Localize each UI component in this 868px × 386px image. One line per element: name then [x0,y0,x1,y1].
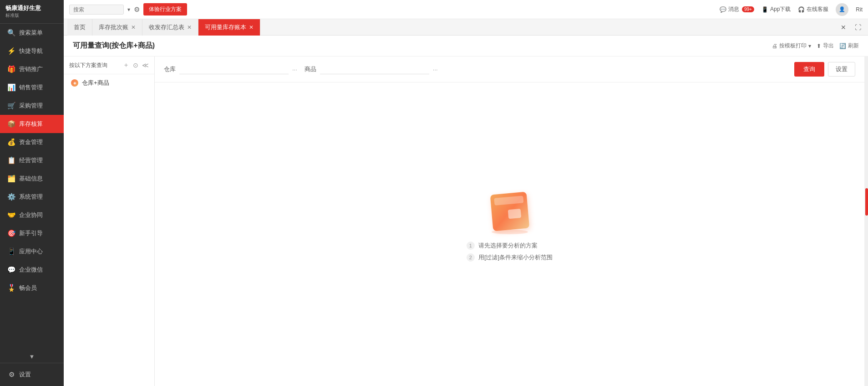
expand-tab-btn[interactable]: ⛶ [852,21,864,34]
empty-state: 1请先选择要分析的方案2用[过滤]条件来缩小分析范围 [155,82,864,386]
sidebar-item-system[interactable]: ⚙️系统管理 [0,188,64,206]
page-header: 可用量查询(按仓库+商品) 🖨 按模板打印 ▾ ⬆ 导出 🔄 刷新 [64,36,868,57]
product-field: 商品 ··· [305,64,438,74]
tab-close-receipt-summary[interactable]: ✕ [187,24,192,31]
sidebar-item-settings[interactable]: ⚙ 设置 [0,367,64,382]
query-button[interactable]: 查询 [794,62,824,77]
tip-num: 2 [467,253,475,262]
search-icon: 🔍 [7,29,15,37]
export-label: 导出 [823,42,834,50]
industry-btn[interactable]: 体验行业方案 [143,3,187,15]
print-icon: 🖨 [772,43,777,49]
sidebar-item-operations[interactable]: 📋经营管理 [0,151,64,170]
basic-icon: 🗂️ [7,175,15,183]
sidebar-item-cooperation[interactable]: 🤝企业协同 [0,206,64,224]
collapse-panel-icon[interactable]: ≪ [142,62,149,69]
app-edition: 标准版 [5,12,58,19]
inventory-icon: 📦 [7,120,15,128]
gear-icon[interactable]: ⚙ [134,5,140,14]
customer-service-label: 在线客服 [807,5,828,13]
content-area: 按以下方案查询 ＋ ⊙ ≪ ◈ 仓库+商品 仓库 ··· 商品 [64,57,868,386]
sidebar-item-guide[interactable]: 🎯新手引导 [0,224,64,242]
topbar-right: 💬 消息 99+ 📱 App下载 🎧 在线客服 👤 Rit [720,3,863,16]
add-scheme-icon[interactable]: ＋ [123,61,129,69]
refresh-label: 刷新 [848,42,859,50]
system-icon: ⚙️ [7,193,15,201]
tab-close-available-ledger[interactable]: ✕ [249,24,254,31]
print-dropdown-icon[interactable]: ▾ [808,43,811,49]
close-tab-btn[interactable]: ✕ [837,21,850,34]
page-title: 可用量查询(按仓库+商品) [73,41,155,51]
setting-button[interactable]: 设置 [828,62,855,77]
member-icon: 🎖️ [7,284,15,292]
tab-label-receipt-summary: 收发存汇总表 [149,23,184,31]
username[interactable]: Rit [856,6,863,13]
search-dropdown[interactable]: ▾ [127,6,130,13]
app-download[interactable]: 📱 App下载 [761,5,791,13]
scheme-warehouse-product[interactable]: ◈ 仓库+商品 [64,74,154,92]
phone-icon: 📱 [761,6,768,13]
app-name: 畅康通好生意 [5,5,58,12]
sidebar-item-finance[interactable]: 💰资金管理 [0,133,64,151]
tab-batch-account[interactable]: 库存批次账✕ [92,19,142,36]
filter-main: 仓库 ··· 商品 ··· 查询 设置 [155,57,864,386]
sidebar-item-marketing[interactable]: 🎁营销推广 [0,60,64,78]
export-icon: ⬆ [817,43,821,49]
warehouse-label: 仓库 [164,65,176,73]
empty-shadow [492,230,528,234]
warehouse-input[interactable] [179,64,289,74]
refresh-icon: 🔄 [839,43,846,49]
search-input[interactable] [69,5,124,15]
right-scroll-handle[interactable] [864,57,868,386]
tab-receipt-summary[interactable]: 收发存汇总表✕ [142,19,198,36]
sidebar-item-shortcut[interactable]: ⚡快捷导航 [0,42,64,60]
filter-row: 仓库 ··· 商品 ··· 查询 设置 [155,57,864,82]
product-input[interactable] [320,64,429,74]
sidebar-item-purchase[interactable]: 🛒采购管理 [0,97,64,115]
purchase-icon: 🛒 [7,102,15,110]
notifications[interactable]: 💬 消息 99+ [720,5,754,13]
customer-service[interactable]: 🎧 在线客服 [798,5,828,13]
operations-icon: 📋 [7,156,15,165]
scheme-label: 仓库+商品 [82,79,109,87]
tab-label-available-ledger: 可用量库存账本 [205,23,246,31]
tab-available-ledger[interactable]: 可用量库存账本✕ [198,19,260,36]
sales-icon: 📊 [7,83,15,92]
query-panel-header: 按以下方案查询 ＋ ⊙ ≪ [64,57,154,74]
sidebar-item-sales[interactable]: 📊销售管理 [0,78,64,97]
scheme-icon: ◈ [71,79,78,87]
sidebar-item-appstore[interactable]: 📱应用中心 [0,242,64,261]
page-header-actions: 🖨 按模板打印 ▾ ⬆ 导出 🔄 刷新 [772,42,859,50]
settings-scheme-icon[interactable]: ⊙ [133,62,138,69]
product-more-icon[interactable]: ··· [433,66,438,73]
box-face [508,209,521,219]
sidebar-scroll-down[interactable]: ▼ [0,350,64,363]
refresh-btn[interactable]: 🔄 刷新 [839,42,859,50]
sidebar-item-wechat[interactable]: 💬企业微信 [0,261,64,279]
notifications-label: 消息 [728,5,739,13]
sidebar-item-member[interactable]: 🎖️畅会员 [0,279,64,297]
tab-home[interactable]: 首页 [67,19,92,36]
bell-icon: 💬 [720,6,726,13]
tab-label-home: 首页 [74,23,86,31]
marketing-icon: 🎁 [7,65,15,73]
notifications-badge: 99+ [742,6,754,12]
sidebar-item-inventory[interactable]: 📦库存核算 [0,115,64,133]
tab-close-batch-account[interactable]: ✕ [131,24,136,31]
empty-box [490,192,529,232]
sidebar-item-search[interactable]: 🔍搜索菜单 [0,24,64,42]
guide-icon: 🎯 [7,229,15,237]
query-panel-title: 按以下方案查询 [69,62,119,69]
tip-text: 请先选择要分析的方案 [478,242,538,250]
tabs-bar-right: ✕ ⛶ [833,19,868,36]
sidebar-logo: 畅康通好生意 标准版 [0,0,64,24]
print-btn[interactable]: 🖨 按模板打印 ▾ [772,42,811,50]
topbar: ▾ ⚙ 体验行业方案 💬 消息 99+ 📱 App下载 🎧 在线客服 👤 Rit [64,0,868,19]
headset-icon: 🎧 [798,6,805,13]
tip-text: 用[过滤]条件来缩小分析范围 [478,253,553,262]
tabs-bar: 首页库存批次账✕收发存汇总表✕可用量库存账本✕ ✕ ⛶ [64,19,868,36]
sidebar-item-basic[interactable]: 🗂️基础信息 [0,170,64,188]
export-btn[interactable]: ⬆ 导出 [817,42,834,50]
warehouse-more-icon[interactable]: ··· [292,66,297,73]
avatar: 👤 [836,3,848,16]
